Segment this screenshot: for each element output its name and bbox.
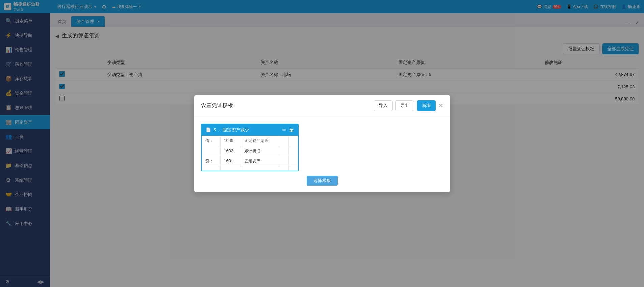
import-button[interactable]: 导入 <box>374 100 393 111</box>
select-template-button[interactable]: 选择模板 <box>307 176 338 186</box>
entry3-credit <box>289 156 298 166</box>
template-entry-row: 1602 累计折旧 <box>202 146 298 156</box>
entry4-code <box>220 166 241 170</box>
entry3-debit <box>280 156 288 166</box>
entry2-name: 累计折旧 <box>241 146 280 156</box>
template-entry-row: 贷： 1601 固定资产 <box>202 156 298 166</box>
entry2-code: 1602 <box>220 146 241 156</box>
template-edit-icon[interactable]: ✏ <box>282 127 286 133</box>
entry2-type <box>202 146 220 156</box>
entry3-name: 固定资产 <box>241 156 280 166</box>
template-name-text: 固定资产减少 <box>223 127 249 133</box>
template-entries-table: 借： 1606 固定资产清理 1602 累计折旧 <box>202 136 298 171</box>
template-header-actions: ✏ 🗑 <box>282 127 294 133</box>
entry2-credit <box>289 146 298 156</box>
template-name: - <box>219 127 220 132</box>
dialog-overlay: 设置凭证模板 导入 导出 新增 ✕ 📄 5 - 固定资产减少 ✏ 🗑 <box>0 0 644 287</box>
entry4-debit <box>280 166 288 170</box>
entry3-code: 1601 <box>220 156 241 166</box>
dialog-close-button[interactable]: ✕ <box>438 102 443 109</box>
template-id: 5 <box>214 127 216 132</box>
template-entry-row <box>202 166 298 170</box>
dialog-title: 设置凭证模板 <box>201 102 233 109</box>
entry2-debit <box>280 146 288 156</box>
template-entry-row: 借： 1606 固定资产清理 <box>202 136 298 146</box>
entry1-name: 固定资产清理 <box>241 136 280 146</box>
dialog-body: 📄 5 - 固定资产减少 ✏ 🗑 借： 1606 <box>194 117 450 192</box>
template-delete-icon[interactable]: 🗑 <box>289 127 294 133</box>
entry3-type: 贷： <box>202 156 220 166</box>
export-button[interactable]: 导出 <box>395 100 414 111</box>
entry4-credit <box>289 166 298 170</box>
voucher-template-dialog: 设置凭证模板 导入 导出 新增 ✕ 📄 5 - 固定资产减少 ✏ 🗑 <box>194 95 450 192</box>
entry4-name <box>241 166 280 170</box>
entry1-type: 借： <box>202 136 220 146</box>
template-body: 借： 1606 固定资产清理 1602 累计折旧 <box>202 136 298 171</box>
entry1-debit <box>280 136 288 146</box>
template-doc-icon: 📄 <box>206 127 211 132</box>
entry4-type <box>202 166 220 170</box>
new-template-button[interactable]: 新增 <box>417 100 436 111</box>
template-card-header: 📄 5 - 固定资产减少 ✏ 🗑 <box>202 124 298 136</box>
entry1-code: 1606 <box>220 136 241 146</box>
dialog-header: 设置凭证模板 导入 导出 新增 ✕ <box>194 95 450 117</box>
template-card: 📄 5 - 固定资产减少 ✏ 🗑 借： 1606 <box>201 124 299 171</box>
entry1-credit <box>289 136 298 146</box>
